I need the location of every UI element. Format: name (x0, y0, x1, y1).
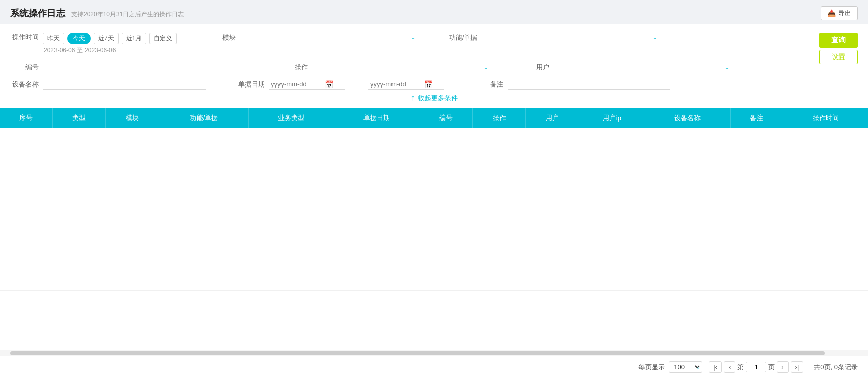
module-filter-item: 模块 ⌄ (207, 33, 418, 42)
filter-row-3: 设备名称 单据日期 📅 — 📅 (10, 79, 819, 90)
device-label: 设备名称 (10, 80, 39, 89)
pagination-bar: 每页显示 100 50 200 ⌄ |‹ ‹ 第 页 › ›| 共0页, 0条记… (0, 356, 868, 378)
col-device: 设备名称 (645, 108, 730, 128)
page-unit: 页 (768, 363, 775, 372)
number-label: 编号 (10, 63, 39, 72)
date-from-wrap: 📅 (269, 79, 345, 90)
export-button[interactable]: 📤 导出 (821, 6, 858, 20)
time-btn-7days[interactable]: 近7天 (94, 33, 119, 44)
number-input-to[interactable] (157, 62, 249, 72)
page-subtitle: 支持2020年10月31日之后产生的操作日志 (71, 10, 184, 19)
operation-label: 操作 (279, 63, 308, 72)
device-filter-item: 设备名称 (10, 79, 206, 90)
number-input-from[interactable] (43, 62, 134, 72)
time-btn-yesterday[interactable]: 昨天 (43, 33, 64, 44)
time-btns: 昨天 今天 近7天 近1月 自定义 (43, 33, 177, 44)
calendar-to-icon[interactable]: 📅 (424, 80, 433, 89)
data-table: 序号 类型 模块 功能/单据 业务类型 单据日期 编号 操作 用户 用户ip 设… (0, 108, 868, 291)
col-index: 序号 (0, 108, 52, 128)
pagination-nav: |‹ ‹ 第 页 › ›| (709, 361, 803, 373)
date-to-wrap: 📅 (368, 79, 444, 90)
table-empty-cell (0, 128, 868, 290)
settings-button[interactable]: 设置 (819, 50, 858, 64)
time-btn-today[interactable]: 今天 (67, 33, 91, 44)
per-page-select[interactable]: 100 50 200 (669, 361, 702, 373)
time-filter-group: 昨天 今天 近7天 近1月 自定义 2023-06-06 至 2023-06-0… (43, 33, 177, 55)
page-title: 系统操作日志 (10, 7, 65, 19)
user-select[interactable]: ⌄ (553, 63, 732, 72)
col-remark: 备注 (730, 108, 783, 128)
table-header-row: 序号 类型 模块 功能/单据 业务类型 单据日期 编号 操作 用户 用户ip 设… (0, 108, 868, 128)
filter-fields: 操作时间 昨天 今天 近7天 近1月 自定义 2023-06-06 至 2023… (10, 33, 819, 92)
feature-label: 功能/单据 (449, 33, 477, 42)
prev-page-button[interactable]: ‹ (724, 361, 735, 373)
user-filter-item: 用户 ⌄ (521, 63, 732, 72)
operation-filter-item: 操作 ⌄ (279, 63, 490, 72)
collapse-button[interactable]: ⤒ 收起更多条件 (410, 94, 458, 103)
col-user: 用户 (526, 108, 579, 128)
first-page-button[interactable]: |‹ (709, 361, 722, 373)
docdate-label: 单据日期 (236, 80, 265, 89)
operation-chevron-icon: ⌄ (483, 64, 488, 71)
page-wrapper: 系统操作日志 支持2020年10月31日之后产生的操作日志 📤 导出 操作时间 … (0, 0, 868, 378)
table-empty-row (0, 128, 868, 290)
feature-select[interactable]: ⌄ (481, 33, 659, 42)
action-buttons: 查询 设置 (819, 33, 858, 64)
module-select[interactable]: ⌄ (240, 33, 418, 42)
total-info: 共0页, 0条记录 (814, 363, 858, 372)
export-label: 导出 (838, 9, 851, 18)
page-header: 系统操作日志 支持2020年10月31日之后产生的操作日志 📤 导出 (0, 0, 868, 24)
filter-row-2: 编号 — 操作 ⌄ 用户 (10, 62, 819, 72)
remark-input[interactable] (508, 79, 670, 90)
col-op-time: 操作时间 (783, 108, 868, 128)
number-dash: — (143, 64, 149, 71)
user-chevron-icon: ⌄ (724, 64, 730, 71)
page-input[interactable] (746, 362, 766, 372)
export-icon: 📤 (827, 9, 836, 17)
time-btn-1month[interactable]: 近1月 (122, 33, 147, 44)
user-label: 用户 (521, 63, 549, 72)
remark-filter-item: 备注 (475, 79, 670, 90)
page-label: 第 (737, 363, 744, 372)
filter-area: 操作时间 昨天 今天 近7天 近1月 自定义 2023-06-06 至 2023… (0, 24, 868, 108)
col-user-ip: 用户ip (579, 108, 645, 128)
time-btn-custom[interactable]: 自定义 (149, 33, 177, 44)
page-info: 第 页 (737, 362, 775, 372)
docdate-filter-item: 单据日期 📅 — 📅 (236, 79, 444, 90)
col-operation: 操作 (472, 108, 525, 128)
number-filter-item: 编号 — (10, 62, 249, 72)
date-from-input[interactable] (269, 79, 325, 89)
module-chevron-icon: ⌄ (411, 34, 416, 41)
query-button[interactable]: 查询 (819, 33, 858, 48)
date-dash: — (353, 81, 360, 89)
collapse-row: ⤒ 收起更多条件 (10, 94, 858, 103)
collapse-label: 收起更多条件 (418, 94, 458, 103)
module-label: 模块 (207, 33, 236, 42)
calendar-from-icon[interactable]: 📅 (325, 80, 333, 89)
col-doc-date: 单据日期 (334, 108, 419, 128)
header-left: 系统操作日志 支持2020年10月31日之后产生的操作日志 (10, 7, 184, 19)
feature-chevron-icon: ⌄ (652, 34, 657, 41)
time-range-text: 2023-06-06 至 2023-06-06 (44, 46, 177, 55)
next-page-button[interactable]: › (777, 361, 788, 373)
operation-select[interactable]: ⌄ (312, 63, 490, 72)
time-label: 操作时间 (10, 33, 39, 42)
col-type: 类型 (52, 108, 105, 128)
scrollbar-area (0, 350, 868, 356)
filter-top-row: 操作时间 昨天 今天 近7天 近1月 自定义 2023-06-06 至 2023… (10, 33, 858, 92)
per-page-label: 每页显示 (638, 363, 665, 372)
filter-row-1: 操作时间 昨天 今天 近7天 近1月 自定义 2023-06-06 至 2023… (10, 33, 819, 55)
scrollbar-thumb[interactable] (10, 351, 825, 355)
col-feature: 功能/单据 (159, 108, 248, 128)
time-filter-item: 操作时间 昨天 今天 近7天 近1月 自定义 2023-06-06 至 2023… (10, 33, 177, 55)
device-input[interactable] (43, 79, 206, 90)
date-to-input[interactable] (368, 79, 424, 89)
collapse-up-icon: ⤒ (410, 95, 416, 102)
table-wrapper: 序号 类型 模块 功能/单据 业务类型 单据日期 编号 操作 用户 用户ip 设… (0, 108, 868, 350)
last-page-button[interactable]: ›| (791, 361, 804, 373)
remark-label: 备注 (475, 80, 503, 89)
feature-filter-item: 功能/单据 ⌄ (449, 33, 659, 42)
col-number: 编号 (419, 108, 472, 128)
col-module: 模块 (106, 108, 159, 128)
col-biz-type: 业务类型 (249, 108, 334, 128)
